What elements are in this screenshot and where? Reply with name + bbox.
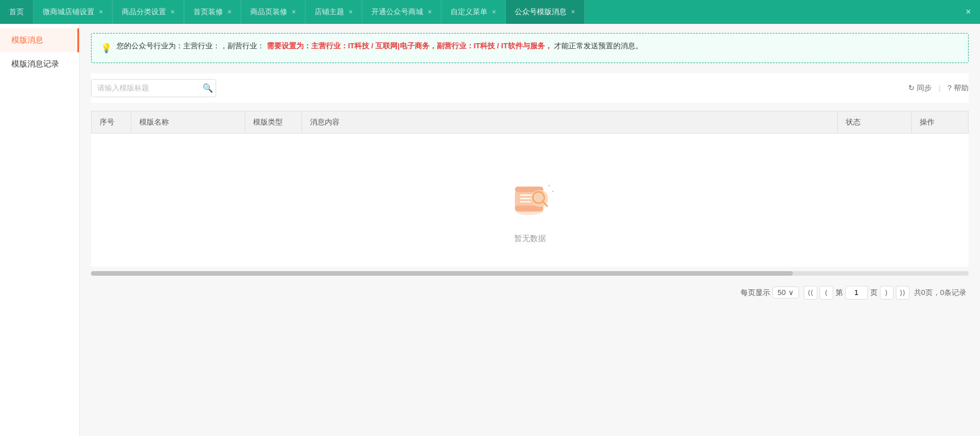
tab-custom-menu-label: 自定义菜单 [450,7,487,17]
sync-button[interactable]: ↻ 同步 [908,83,932,93]
help-button[interactable]: ? 帮助 [948,83,969,93]
col-template-type: 模版类型 [245,111,302,133]
tab-product-decor[interactable]: 商品页装修 × [241,0,305,24]
col-msg-content: 消息内容 [302,111,838,133]
page-di-label: 第 [836,288,843,298]
tab-template-msg-close[interactable]: × [571,9,575,15]
page-size-select: 每页显示 50 ∨ [741,286,799,298]
sidebar-item-template-msg-record[interactable]: 模版消息记录 [0,52,79,76]
tab-category-settings-close[interactable]: × [171,9,175,15]
info-banner: 💡 您的公众号行业为：主营行业：，副营行业： 需要设置为：主营行业：IT科技 /… [91,33,969,63]
tab-homepage-decor-close[interactable]: × [228,9,231,15]
tab-homepage-decor-label: 首页装修 [193,7,223,17]
sidebar: 模版消息 模版消息记录 [0,24,80,436]
main-layout: 模版消息 模版消息记录 💡 您的公众号行业为：主营行业：，副营行业： 需要设置为… [0,24,980,436]
tab-open-mall-close[interactable]: × [428,9,432,15]
tab-template-msg[interactable]: 公众号模版消息 × [506,0,585,24]
tab-category-settings-label: 商品分类设置 [122,7,166,17]
tab-shop-settings-close[interactable]: × [99,9,103,15]
first-page-button[interactable]: ⟨⟨ [804,286,817,300]
svg-point-11 [552,190,553,192]
svg-point-12 [546,181,547,182]
search-button[interactable]: 🔍 [202,83,213,93]
table-container: 序号 模版名称 模版类型 消息内容 状态 操作 [91,111,969,267]
tab-product-decor-close[interactable]: × [292,9,296,15]
tab-template-msg-label: 公众号模版消息 [515,7,567,17]
pagination: 每页显示 50 ∨ ⟨⟨ ⟨ 第 页 ⟩ ⟩⟩ 共0页，0条记录 [91,280,969,302]
search-left: 🔍 [91,79,213,97]
help-icon: ? [948,84,952,92]
col-action: 操作 [912,111,969,133]
sidebar-item-template-msg[interactable]: 模版消息 [0,28,79,52]
empty-illustration [502,168,559,225]
content-area: 💡 您的公众号行业为：主营行业：，副营行业： 需要设置为：主营行业：IT科技 /… [80,24,980,436]
page-size-value: 50 [778,288,785,297]
tab-store-theme[interactable]: 店铺主题 × [305,0,362,24]
bulb-icon: 💡 [101,41,112,56]
col-status: 状态 [838,111,912,133]
data-table: 序号 模版名称 模版类型 消息内容 状态 操作 [91,111,969,267]
tab-bar: 首页 微商城店铺设置 × 商品分类设置 × 首页装修 × 商品页装修 × 店铺主… [0,0,980,24]
divider: | [938,84,940,92]
tab-home[interactable]: 首页 [0,0,34,24]
page-size-label: 每页显示 [741,288,770,298]
horizontal-scrollbar[interactable] [91,271,969,276]
tab-category-settings[interactable]: 商品分类设置 × [113,0,184,24]
col-index: 序号 [92,111,131,133]
last-page-button[interactable]: ⟩⟩ [896,286,909,300]
tab-shop-settings[interactable]: 微商城店铺设置 × [34,0,113,24]
empty-text: 暂无数据 [514,234,546,244]
page-unit-label: 页 [870,288,878,298]
scroll-thumb [91,271,793,276]
search-right: ↻ 同步 | ? 帮助 [908,83,969,93]
tab-store-theme-close[interactable]: × [349,9,353,15]
search-input[interactable] [91,79,216,97]
prev-page-button[interactable]: ⟨ [820,286,833,300]
search-bar: 🔍 ↻ 同步 | ? 帮助 [91,73,969,103]
next-page-button[interactable]: ⟩ [880,286,894,300]
svg-point-10 [548,185,549,186]
page-size-dropdown[interactable]: 50 ∨ [772,286,799,298]
info-banner-text: 您的公众号行业为：主营行业：，副营行业： 需要设置为：主营行业：IT科技 / 互… [117,40,643,52]
dropdown-chevron-icon: ∨ [788,288,794,297]
tab-homepage-decor[interactable]: 首页装修 × [184,0,241,24]
tab-product-decor-label: 商品页装修 [250,7,287,17]
page-navigation: ⟨⟨ ⟨ 第 页 ⟩ ⟩⟩ [804,286,909,300]
tab-home-label: 首页 [9,7,24,17]
tab-custom-menu[interactable]: 自定义菜单 × [441,0,506,24]
tab-open-mall[interactable]: 开通公众号商城 × [362,0,441,24]
tab-custom-menu-close[interactable]: × [492,9,496,15]
empty-state: 暂无数据 [92,134,969,267]
tab-open-mall-label: 开通公众号商城 [371,7,423,17]
tab-shop-settings-label: 微商城店铺设置 [43,7,94,17]
global-close-button[interactable]: × [957,0,980,24]
page-total: 共0页，0条记录 [914,288,966,298]
col-template-name: 模版名称 [131,111,245,133]
page-input[interactable] [845,286,868,300]
sync-icon: ↻ [908,84,915,92]
tab-store-theme-label: 店铺主题 [315,7,344,17]
table-header-row: 序号 模版名称 模版类型 消息内容 状态 操作 [92,111,969,133]
